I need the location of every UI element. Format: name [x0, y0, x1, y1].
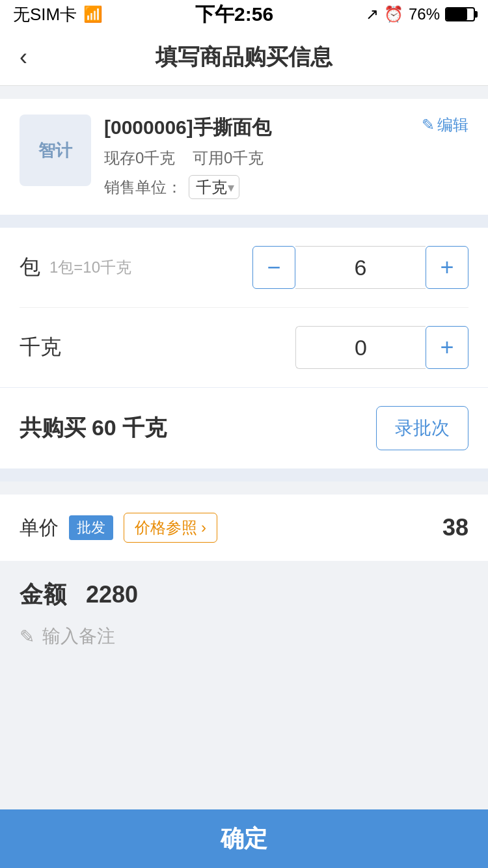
edit-label: 编辑 — [437, 115, 468, 135]
edit-button[interactable]: ✎ 编辑 — [422, 115, 468, 135]
package-minus-button[interactable]: − — [252, 246, 295, 289]
price-badge: 批发 — [69, 515, 113, 540]
status-right: ↗ ⏰ 76% — [366, 5, 475, 23]
product-stock: 现存0千克 可用0千克 — [104, 148, 468, 169]
product-unit-row: 销售单位： 千克 — [104, 175, 468, 199]
unit-select[interactable]: 千克 — [189, 175, 239, 199]
stock-text: 现存0千克 — [104, 149, 175, 167]
remark-row[interactable]: ✎ 输入备注 — [20, 624, 468, 649]
batch-button[interactable]: 录批次 — [376, 406, 468, 450]
package-plus-button[interactable]: + — [426, 246, 468, 289]
nav-bar: ‹ 填写商品购买信息 — [0, 29, 488, 86]
unit-label: 销售单位： — [104, 177, 182, 198]
summary-section: 共购买 60 千克 录批次 — [0, 387, 488, 468]
price-value: 38 — [442, 514, 468, 541]
confirm-button[interactable]: 确定 — [0, 809, 488, 868]
kg-input[interactable] — [295, 326, 426, 369]
summary-prefix: 共购买 — [20, 415, 86, 440]
product-image: 智计 — [20, 115, 91, 186]
package-text: 包 — [20, 253, 40, 282]
status-left: 无SIM卡 📶 — [13, 3, 103, 26]
product-section: 智计 [0000006]手撕面包 ✎ 编辑 现存0千克 可用0千克 销售单位： … — [0, 99, 488, 215]
price-ref-button[interactable]: 价格参照 › — [124, 513, 217, 543]
price-section: 单价 批发 价格参照 › 38 — [0, 495, 488, 561]
pencil-icon: ✎ — [20, 626, 34, 647]
amount-row: 金额 2280 — [20, 579, 468, 611]
summary-amount: 60 — [92, 415, 116, 440]
back-button[interactable]: ‹ — [20, 44, 27, 71]
divider-1 — [0, 215, 488, 228]
price-ref-label: 价格参照 — [135, 517, 197, 538]
status-bar: 无SIM卡 📶 下午2:56 ↗ ⏰ 76% — [0, 0, 488, 29]
package-input-row: 包 1包=10千克 − + — [20, 228, 468, 308]
package-control: − + — [252, 246, 468, 289]
product-info: [0000006]手撕面包 ✎ 编辑 现存0千克 可用0千克 销售单位： 千克 — [104, 115, 468, 199]
wifi-icon: 📶 — [83, 5, 103, 23]
kg-control: + — [295, 326, 468, 369]
kg-input-row: 千克 + — [20, 308, 468, 387]
amount-value: 2280 — [86, 581, 138, 608]
battery-fill — [446, 8, 467, 20]
package-hint: 1包=10千克 — [49, 257, 131, 278]
input-section: 包 1包=10千克 − + 千克 + — [0, 228, 488, 387]
unit-select-wrap[interactable]: 千克 — [189, 175, 239, 199]
kg-label: 千克 — [20, 333, 61, 362]
divider-2 — [0, 468, 488, 481]
product-top-row: [0000006]手撕面包 ✎ 编辑 — [104, 115, 468, 148]
battery-percent: 76% — [409, 5, 440, 23]
price-label: 单价 — [20, 515, 59, 541]
status-time: 下午2:56 — [195, 1, 273, 28]
summary-unit: 千克 — [122, 415, 167, 440]
product-name: [0000006]手撕面包 — [104, 115, 271, 141]
summary-text: 共购买 60 千克 — [20, 413, 167, 443]
product-logo: 智计 — [38, 139, 72, 162]
price-ref-arrow: › — [201, 519, 206, 537]
page-title: 填写商品购买信息 — [156, 42, 332, 72]
package-input[interactable] — [295, 246, 426, 289]
available-text: 可用0千克 — [193, 149, 264, 167]
battery-icon — [445, 7, 475, 21]
carrier-text: 无SIM卡 — [13, 3, 77, 26]
amount-label: 金额 — [20, 581, 66, 608]
kg-text: 千克 — [20, 333, 61, 362]
edit-icon: ✎ — [422, 116, 435, 134]
package-label: 包 1包=10千克 — [20, 253, 131, 282]
amount-section: 金额 2280 ✎ 输入备注 — [0, 561, 488, 658]
remark-label: 输入备注 — [42, 624, 115, 649]
alarm-icon: ⏰ — [384, 5, 403, 23]
kg-plus-button[interactable]: + — [426, 326, 468, 369]
location-icon: ↗ — [366, 5, 379, 23]
